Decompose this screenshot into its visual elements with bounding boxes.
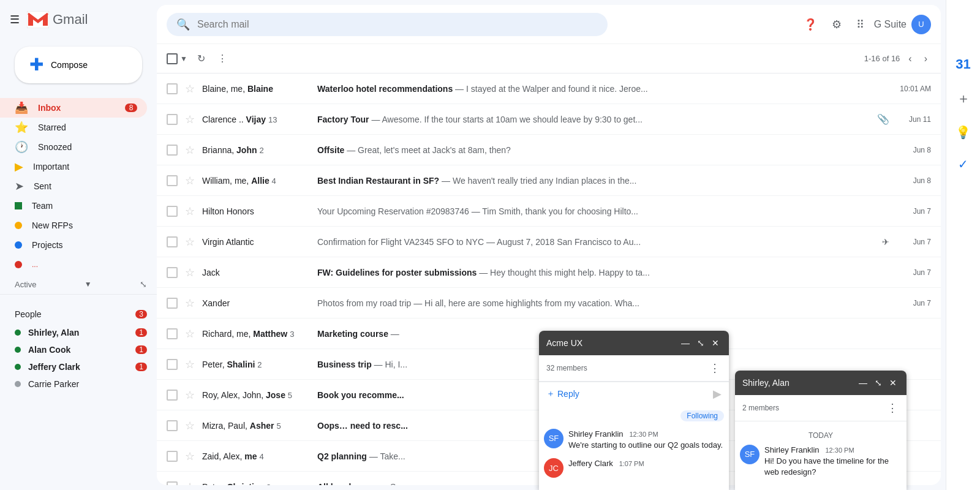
chat-close-btn[interactable]: ✕ (709, 337, 722, 349)
people-name-alan: Alan Cook (28, 345, 128, 355)
send-button[interactable]: ▶ (713, 387, 722, 401)
star-button[interactable]: ☆ (183, 202, 197, 221)
row-checkbox[interactable] (167, 298, 178, 309)
rfps-dot-icon (15, 222, 22, 229)
chat-close-btn-2[interactable]: ✕ (887, 377, 899, 389)
select-chevron[interactable]: ▼ (178, 52, 190, 66)
add-button[interactable]: ＋ (949, 82, 978, 115)
row-checkbox[interactable] (167, 328, 178, 339)
people-item-jeffery[interactable]: Jeffery Clark 1 (0, 358, 157, 375)
help-button[interactable]: ❓ (799, 13, 822, 36)
star-button[interactable]: ☆ (183, 172, 197, 190)
star-button[interactable]: ☆ (183, 80, 197, 98)
row-checkbox[interactable] (167, 114, 178, 125)
hamburger-button[interactable]: ☰ (5, 8, 24, 31)
row-checkbox[interactable] (167, 420, 178, 431)
apps-button[interactable]: ⠿ (851, 13, 869, 36)
sidebar-item-team[interactable]: Team (0, 196, 147, 216)
people-item-alan-cook[interactable]: Alan Cook 1 (0, 341, 157, 358)
settings-button[interactable]: ⚙ (827, 13, 846, 36)
row-checkbox[interactable] (167, 236, 178, 247)
select-all-checkbox[interactable] (167, 53, 178, 64)
star-button[interactable]: ☆ (183, 386, 197, 404)
page-prev-button[interactable]: ‹ (905, 50, 915, 68)
tasks-icon-btn[interactable]: 💡 (948, 118, 978, 147)
row-checkbox[interactable] (167, 83, 178, 94)
people-name-jeffery: Jeffery Clark (28, 362, 128, 372)
people-badge-alan: 1 (135, 345, 147, 354)
table-row[interactable]: ☆ Clarence .. Vijay 13 Factory Tour — Aw… (157, 104, 941, 135)
compose-button[interactable]: ✚ Compose (15, 47, 142, 83)
search-input[interactable] (197, 19, 598, 30)
refresh-button[interactable]: ↻ (192, 48, 210, 69)
active-chevron[interactable]: ▼ (85, 280, 92, 288)
email-date: Jun 7 (894, 238, 931, 246)
row-checkbox[interactable] (167, 145, 178, 156)
star-button[interactable]: ☆ (183, 447, 197, 466)
msg-name: Shirley Franklin (568, 429, 624, 439)
sender: Blaine, me, Blaine (202, 84, 312, 94)
people-total-badge: 3 (135, 310, 147, 318)
chat-minimize-btn[interactable]: — (679, 337, 692, 349)
star-button[interactable]: ☆ (183, 294, 197, 312)
table-row[interactable]: ☆ Blaine, me, Blaine Waterloo hotel reco… (157, 74, 941, 104)
people-item-carrie[interactable]: Carrie Parker (0, 375, 157, 393)
row-checkbox[interactable] (167, 481, 178, 486)
avatar[interactable]: U (911, 15, 931, 34)
table-row[interactable]: ☆ Xander Photos from my road trip — Hi a… (157, 288, 941, 318)
star-button[interactable]: ☆ (183, 233, 197, 251)
send-icon: ➤ (15, 179, 24, 193)
active-label: Active (15, 280, 36, 289)
sidebar-item-snoozed[interactable]: 🕐 Snoozed (0, 137, 147, 157)
star-button[interactable]: ☆ (183, 355, 197, 374)
sidebar-item-more[interactable]: ... (0, 255, 147, 274)
star-button[interactable]: ☆ (183, 325, 197, 343)
sidebar-item-new-rfps[interactable]: New RFPs (0, 216, 147, 235)
chat-header-shirley[interactable]: Shirley, Alan — ⤡ ✕ (735, 371, 907, 395)
sidebar-item-projects[interactable]: Projects (0, 235, 147, 255)
star-button[interactable]: ☆ (183, 478, 197, 486)
table-row[interactable]: ☆ Hilton Honors Your Upcoming Reservatio… (157, 196, 941, 227)
table-row[interactable]: ☆ Jack FW: Guidelines for poster submiss… (157, 257, 941, 288)
row-checkbox[interactable] (167, 206, 178, 217)
avatar-jc: JC (544, 458, 564, 478)
search-bar[interactable]: 🔍 (167, 13, 608, 36)
row-checkbox[interactable] (167, 267, 178, 278)
label-icon: ▶ (15, 160, 23, 173)
star-button[interactable]: ☆ (183, 141, 197, 159)
sidebar-item-important[interactable]: ▶ Important (0, 157, 147, 176)
chat-expand-btn[interactable]: ⤡ (695, 337, 707, 349)
more-options-button[interactable]: ⋮ (213, 48, 232, 69)
chat-members-acme: 32 members (546, 364, 587, 372)
chat-expand-btn-2[interactable]: ⤡ (872, 377, 884, 389)
table-row[interactable]: ☆ Virgin Atlantic Confirmation for Fligh… (157, 227, 941, 257)
row-checkbox[interactable] (167, 359, 178, 370)
reply-button[interactable]: ＋ Reply (546, 388, 579, 399)
page-next-button[interactable]: › (921, 50, 931, 68)
chat-minimize-btn-2[interactable]: — (856, 377, 870, 389)
chat-menu-btn-2[interactable]: ⋮ (886, 400, 899, 416)
chat-popup-acme-ux: Acme UX — ⤡ ✕ 32 members ⋮ ＋ Reply ▶ Fol… (539, 331, 729, 490)
chat-menu-btn[interactable]: ⋮ (708, 360, 722, 376)
people-item-shirley-alan[interactable]: Shirley, Alan 1 (0, 324, 157, 341)
row-checkbox[interactable] (167, 390, 178, 401)
msg-time-sf2: 12:30 PM (825, 447, 854, 454)
sidebar-item-inbox[interactable]: 📥 Inbox 8 (0, 98, 147, 118)
email-date: Jun 8 (894, 176, 931, 185)
contacts-icon-btn[interactable]: ✓ (951, 149, 976, 179)
sidebar-item-starred[interactable]: ⭐ Starred (0, 118, 147, 137)
row-checkbox[interactable] (167, 451, 178, 462)
sidebar-item-sent[interactable]: ➤ Sent (0, 176, 147, 196)
table-row[interactable]: ☆ William, me, Allie 4 Best Indian Resta… (157, 165, 941, 196)
row-checkbox[interactable] (167, 175, 178, 186)
star-button[interactable]: ☆ (183, 263, 197, 282)
active-expand[interactable]: ⤡ (140, 279, 147, 289)
star-button[interactable]: ☆ (183, 417, 197, 435)
chat-header-acme[interactable]: Acme UX — ⤡ ✕ (539, 331, 729, 355)
avatar-sf: SF (544, 429, 564, 448)
email-date: Jun 7 (894, 268, 931, 277)
table-row[interactable]: ☆ Brianna, John 2 Offsite — Great, let's… (157, 135, 941, 165)
msg-text: We're starting to outline our Q2 goals t… (568, 440, 723, 451)
star-button[interactable]: ☆ (183, 110, 197, 129)
calendar-icon-btn[interactable]: 31 (948, 49, 978, 80)
